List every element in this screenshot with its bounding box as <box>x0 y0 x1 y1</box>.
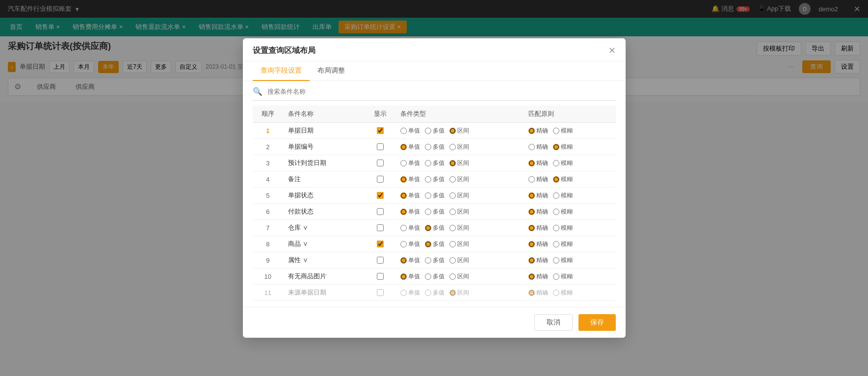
row-condition-name: 有无商品图片 <box>283 269 365 285</box>
row-match-cell: 精确模糊 <box>524 123 616 139</box>
row-match-cell: 精确模糊 <box>524 236 616 252</box>
row-display-cell <box>365 171 396 188</box>
match-radio-item[interactable]: 精确 <box>528 256 548 265</box>
th-match: 匹配原则 <box>524 106 616 123</box>
type-radio-item[interactable]: 区间 <box>449 143 469 151</box>
display-checkbox[interactable] <box>377 176 384 183</box>
row-condition-name: 来源单据日期 <box>283 285 365 301</box>
type-radio-item[interactable]: 单值 <box>400 143 420 151</box>
row-seq: 7 <box>253 220 284 236</box>
table-row: 5单据状态单值多值区间精确模糊 <box>253 188 616 204</box>
match-radio-item[interactable]: 模糊 <box>553 143 573 151</box>
display-checkbox[interactable] <box>377 208 384 215</box>
row-type-cell: 单值多值区间 <box>395 204 524 220</box>
tab-query-fields[interactable]: 查询字段设置 <box>253 61 310 81</box>
row-display-cell <box>365 285 396 301</box>
match-radio-item[interactable]: 精确 <box>528 289 548 297</box>
row-type-cell: 单值多值区间 <box>395 269 524 285</box>
row-type-cell: 单值多值区间 <box>395 123 524 139</box>
match-radio-item[interactable]: 精确 <box>528 159 548 167</box>
type-radio-item[interactable]: 多值 <box>425 143 445 151</box>
match-radio-item[interactable]: 模糊 <box>553 224 573 232</box>
row-seq: 9 <box>253 252 284 269</box>
type-radio-item[interactable]: 单值 <box>400 175 420 184</box>
th-type: 条件类型 <box>395 106 524 123</box>
type-radio-item[interactable]: 区间 <box>449 289 469 297</box>
match-radio-item[interactable]: 精确 <box>528 240 548 248</box>
match-radio-item[interactable]: 模糊 <box>553 289 573 297</box>
type-radio-item[interactable]: 区间 <box>449 272 469 281</box>
display-checkbox[interactable] <box>377 192 384 199</box>
type-radio-item[interactable]: 区间 <box>449 256 469 265</box>
row-match-cell: 精确模糊 <box>524 155 616 171</box>
search-icon: 🔍 <box>253 87 263 96</box>
match-radio-item[interactable]: 模糊 <box>553 256 573 265</box>
type-radio-item[interactable]: 多值 <box>425 159 445 167</box>
type-radio-item[interactable]: 多值 <box>425 191 445 200</box>
type-radio-item[interactable]: 单值 <box>400 224 420 232</box>
match-radio-item[interactable]: 精确 <box>528 191 548 200</box>
type-radio-item[interactable]: 单值 <box>400 159 420 167</box>
type-radio-item[interactable]: 多值 <box>425 224 445 232</box>
dialog-close-btn[interactable]: ✕ <box>608 45 616 56</box>
match-radio-item[interactable]: 模糊 <box>553 272 573 281</box>
type-radio-item[interactable]: 单值 <box>400 240 420 248</box>
type-radio-item[interactable]: 多值 <box>425 175 445 184</box>
row-match-cell: 精确模糊 <box>524 252 616 269</box>
type-radio-item[interactable]: 区间 <box>449 175 469 184</box>
type-radio-item[interactable]: 单值 <box>400 208 420 216</box>
type-radio-item[interactable]: 多值 <box>425 289 445 297</box>
row-seq: 1 <box>253 123 284 139</box>
display-checkbox[interactable] <box>377 160 384 166</box>
match-radio-item[interactable]: 模糊 <box>553 208 573 216</box>
type-radio-item[interactable]: 多值 <box>425 240 445 248</box>
tab-layout[interactable]: 布局调整 <box>310 61 353 81</box>
type-radio-item[interactable]: 单值 <box>400 191 420 200</box>
table-row: 9属性 ∨单值多值区间精确模糊 <box>253 252 616 269</box>
save-button[interactable]: 保存 <box>579 314 616 331</box>
cancel-button[interactable]: 取消 <box>534 314 573 331</box>
row-display-cell <box>365 155 396 171</box>
row-display-cell <box>365 236 396 252</box>
type-radio-item[interactable]: 单值 <box>400 127 420 135</box>
conditions-table: 顺序 条件名称 显示 条件类型 匹配原则 1单据日期单值多值区间精确模糊2单据编… <box>253 106 616 301</box>
match-radio-item[interactable]: 精确 <box>528 175 548 184</box>
display-checkbox[interactable] <box>377 143 384 150</box>
type-radio-item[interactable]: 多值 <box>425 127 445 135</box>
type-radio-item[interactable]: 多值 <box>425 272 445 281</box>
match-radio-item[interactable]: 模糊 <box>553 127 573 135</box>
display-checkbox[interactable] <box>377 257 384 264</box>
overlay: 设置查询区域布局 ✕ 查询字段设置 布局调整 🔍 <box>0 0 868 376</box>
type-radio-item[interactable]: 单值 <box>400 272 420 281</box>
type-radio-item[interactable]: 多值 <box>425 256 445 265</box>
row-type-cell: 单值多值区间 <box>395 285 524 301</box>
type-radio-item[interactable]: 区间 <box>449 159 469 167</box>
row-condition-name: 预计到货日期 <box>283 155 365 171</box>
type-radio-item[interactable]: 区间 <box>449 127 469 135</box>
row-condition-name: 单据日期 <box>283 123 365 139</box>
match-radio-item[interactable]: 模糊 <box>553 191 573 200</box>
condition-search-input[interactable] <box>264 87 363 96</box>
match-radio-item[interactable]: 模糊 <box>553 159 573 167</box>
display-checkbox[interactable] <box>377 224 384 231</box>
match-radio-item[interactable]: 模糊 <box>553 240 573 248</box>
match-radio-item[interactable]: 精确 <box>528 224 548 232</box>
match-radio-item[interactable]: 精确 <box>528 127 548 135</box>
type-radio-item[interactable]: 区间 <box>449 240 469 248</box>
display-checkbox[interactable] <box>377 241 384 247</box>
type-radio-item[interactable]: 区间 <box>449 208 469 216</box>
display-checkbox[interactable] <box>377 273 384 280</box>
match-radio-item[interactable]: 精确 <box>528 143 548 151</box>
type-radio-item[interactable]: 单值 <box>400 289 420 297</box>
type-radio-item[interactable]: 区间 <box>449 224 469 232</box>
match-radio-item[interactable]: 精确 <box>528 208 548 216</box>
table-row: 10有无商品图片单值多值区间精确模糊 <box>253 269 616 285</box>
type-radio-item[interactable]: 单值 <box>400 256 420 265</box>
display-checkbox[interactable] <box>377 289 384 296</box>
display-checkbox[interactable] <box>377 127 384 134</box>
th-seq: 顺序 <box>253 106 284 123</box>
type-radio-item[interactable]: 区间 <box>449 191 469 200</box>
match-radio-item[interactable]: 模糊 <box>553 175 573 184</box>
match-radio-item[interactable]: 精确 <box>528 272 548 281</box>
type-radio-item[interactable]: 多值 <box>425 208 445 216</box>
